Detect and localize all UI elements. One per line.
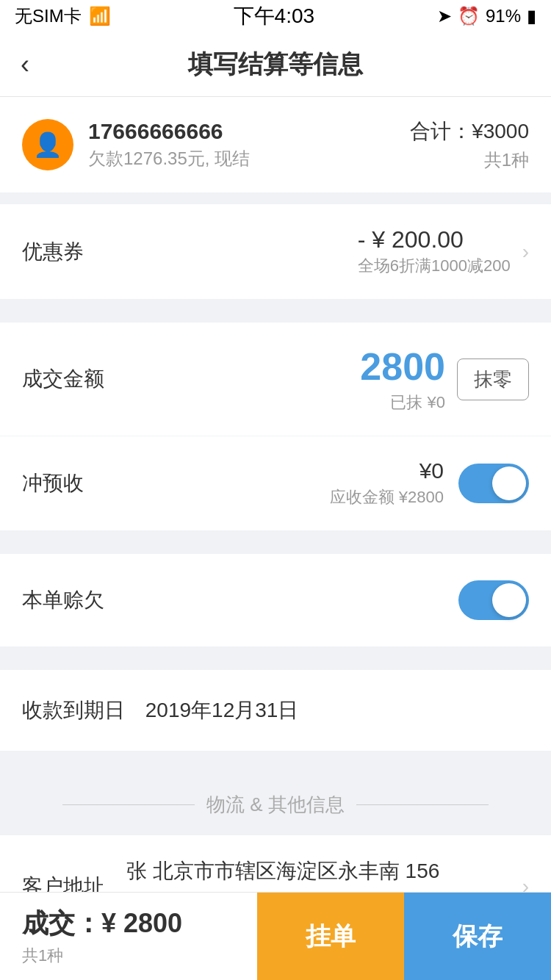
- debt-section: 本单赊欠: [0, 554, 551, 646]
- due-date-row: 收款到期日 2019年12月31日: [0, 670, 551, 751]
- avatar: 👤: [22, 119, 73, 170]
- logistics-header: 物流 & 其他信息: [0, 774, 551, 835]
- due-date-section: 收款到期日 2019年12月31日: [0, 670, 551, 751]
- status-left: 无SIM卡 📶: [15, 4, 111, 28]
- user-debt: 欠款1276.35元, 现结: [88, 147, 250, 170]
- user-phone: 17666666666: [88, 119, 250, 144]
- debt-label: 本单赊欠: [22, 586, 104, 614]
- deal-amount-row: 成交金额 2800 已抹 ¥0 抹零: [0, 323, 551, 436]
- footer-deal-label: 成交：: [22, 908, 101, 938]
- wifi-icon: 📶: [89, 6, 111, 26]
- status-bar: 无SIM卡 📶 下午4:03 ➤ ⏰ 91% ▮: [0, 0, 551, 32]
- nav-bar: ‹ 填写结算等信息: [0, 32, 551, 97]
- precollect-amount: ¥0: [330, 458, 444, 483]
- user-total: 合计：¥3000: [410, 118, 529, 145]
- coupon-right: - ¥ 200.00 全场6折满1000减200 ›: [358, 226, 529, 277]
- debt-row: 本单赊欠: [0, 554, 551, 646]
- divider-3: [0, 658, 551, 670]
- location-icon: ➤: [437, 6, 452, 26]
- due-date-label: 收款到期日: [22, 699, 125, 721]
- user-count: 共1种: [410, 148, 529, 172]
- round-zero-button[interactable]: 抹零: [457, 359, 529, 400]
- pend-button[interactable]: 挂单: [257, 893, 404, 981]
- user-info: 17666666666 欠款1276.35元, 现结: [88, 119, 250, 170]
- coupon-section: 优惠券 - ¥ 200.00 全场6折满1000减200 ›: [0, 204, 551, 299]
- divider-1: [0, 311, 551, 323]
- precollect-values: ¥0 应收金额 ¥2800: [330, 458, 444, 508]
- main-content: 👤 17666666666 欠款1276.35元, 现结 合计：¥3000 共1…: [0, 97, 551, 980]
- logistics-line-left: [62, 804, 195, 805]
- precollect-toggle[interactable]: [458, 464, 529, 503]
- footer: 成交：¥ 2800 共1种 挂单 保存: [0, 892, 551, 980]
- precollect-row: 冲预收 ¥0 应收金额 ¥2800: [0, 436, 551, 530]
- sim-label: 无SIM卡: [15, 4, 82, 28]
- coupon-label: 优惠券: [22, 238, 84, 266]
- battery-label: 91%: [486, 6, 521, 26]
- debt-toggle[interactable]: [458, 580, 529, 620]
- footer-deal: 成交：¥ 2800: [22, 906, 235, 942]
- deal-amount-right: 2800 已抹 ¥0 抹零: [360, 345, 529, 414]
- chevron-right-icon: ›: [522, 240, 529, 264]
- battery-icon: ▮: [527, 6, 536, 26]
- debt-toggle-knob: [492, 583, 526, 617]
- page-title: 填写结算等信息: [188, 48, 363, 82]
- logistics-line-right: [356, 804, 489, 805]
- already-rounded: 已抹 ¥0: [360, 392, 445, 414]
- user-left: 👤 17666666666 欠款1276.35元, 现结: [22, 119, 250, 170]
- deal-amount-label: 成交金额: [22, 365, 104, 393]
- coupon-row[interactable]: 优惠券 - ¥ 200.00 全场6折满1000减200 ›: [0, 204, 551, 299]
- precollect-label: 冲预收: [22, 469, 84, 497]
- footer-count: 共1种: [22, 945, 235, 967]
- avatar-icon: 👤: [33, 131, 62, 159]
- user-card: 👤 17666666666 欠款1276.35元, 现结 合计：¥3000 共1…: [0, 97, 551, 192]
- user-right: 合计：¥3000 共1种: [410, 118, 529, 172]
- toggle-knob: [492, 466, 526, 500]
- save-button[interactable]: 保存: [404, 893, 551, 981]
- coupon-value: - ¥ 200.00: [358, 226, 511, 253]
- logistics-title: 物流 & 其他信息: [206, 792, 345, 818]
- precollect-sub: 应收金额 ¥2800: [330, 486, 444, 508]
- footer-deal-amount: ¥ 2800: [101, 908, 182, 938]
- status-right: ➤ ⏰ 91% ▮: [437, 6, 536, 26]
- alarm-icon: ⏰: [458, 6, 480, 26]
- coupon-values: - ¥ 200.00 全场6折满1000减200: [358, 226, 511, 277]
- divider-4: [0, 763, 551, 774]
- back-button[interactable]: ‹: [21, 49, 29, 80]
- precollect-right: ¥0 应收金额 ¥2800: [330, 458, 529, 508]
- deal-amount-section: 成交金额 2800 已抹 ¥0 抹零 冲预收 ¥0 应收金额 ¥2800: [0, 323, 551, 530]
- status-time: 下午4:03: [234, 2, 315, 30]
- deal-amount-values: 2800 已抹 ¥0: [360, 345, 445, 414]
- due-date-value: 2019年12月31日: [145, 699, 299, 721]
- footer-info: 成交：¥ 2800 共1种: [0, 906, 257, 967]
- coupon-detail: 全场6折满1000减200: [358, 255, 511, 277]
- divider-2: [0, 542, 551, 554]
- deal-amount-value: 2800: [360, 345, 445, 388]
